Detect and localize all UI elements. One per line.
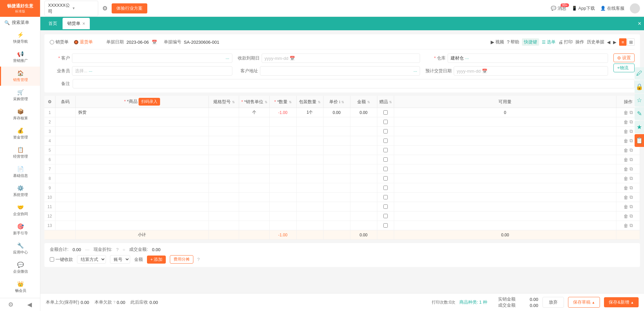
row-price[interactable] [323,221,350,230]
row-barcode[interactable] [55,164,75,174]
row-spec[interactable] [209,193,239,202]
row-spec[interactable] [209,117,239,127]
row-price[interactable] [323,136,350,146]
row-amount[interactable] [350,155,377,164]
rfloat-btn-1[interactable]: 🖊 [635,67,644,80]
row-barcode[interactable] [55,221,75,230]
sidebar-settings-btn[interactable]: ⚙ [8,301,13,308]
row-gift[interactable] [377,117,394,127]
row-amount[interactable] [350,164,377,174]
row-amount[interactable] [350,202,377,211]
warehouse-picker-icon[interactable]: ··· [465,56,469,61]
row-amount[interactable] [350,193,377,202]
row-pack-qty[interactable] [296,193,323,202]
settle-method-select[interactable]: 结算方式 [77,255,106,264]
sidebar-item-finance[interactable]: 💰 资金管理 [0,124,40,143]
gift-checkbox[interactable] [383,204,388,209]
sidebar-item-guide[interactable]: 🎯 新手引导 [0,220,40,239]
row-product[interactable] [75,146,209,155]
row-product[interactable] [75,202,209,211]
row-pack-qty[interactable] [296,136,323,146]
row-unit[interactable] [239,117,269,127]
copy-row-btn[interactable]: ⧉ [630,138,633,144]
sidebar-collapse-btn[interactable]: ◀ [27,301,32,308]
row-qty[interactable]: -1.00 [269,108,296,117]
fenyong-help-icon[interactable]: ? [197,257,200,262]
row-qty[interactable] [269,221,296,230]
delete-row-btn[interactable]: 🗑 [623,213,628,219]
copy-row-btn[interactable]: ⧉ [630,147,633,153]
row-price[interactable] [323,127,350,136]
price-sort-icon[interactable]: ⇅ [341,100,344,104]
warehouse-input[interactable]: 建材仓 ··· [448,53,608,63]
delete-row-btn[interactable]: 🗑 [623,204,628,209]
row-qty[interactable] [269,183,296,193]
save-draft-btn[interactable]: 保存草稿 ▲ [568,297,600,308]
row-spec[interactable] [209,164,239,174]
row-qty[interactable] [269,155,296,164]
sidebar-item-vip[interactable]: 👑 畅会员 [0,277,40,297]
row-barcode[interactable] [55,155,75,164]
copy-row-btn[interactable]: ⧉ [630,223,633,228]
row-barcode[interactable] [55,174,75,183]
price-info-icon[interactable]: ℹ [339,100,340,104]
row-amount[interactable] [350,117,377,127]
row-spec[interactable] [209,136,239,146]
row-amount[interactable]: 0.00 [350,108,377,117]
copy-row-btn[interactable]: ⧉ [630,157,633,162]
row-spec[interactable] [209,211,239,221]
row-gift[interactable] [377,108,394,117]
row-unit[interactable] [239,155,269,164]
amount-sort-icon[interactable]: ⇅ [367,100,370,104]
copy-row-btn[interactable]: ⧉ [630,176,633,181]
row-product[interactable] [75,155,209,164]
sidebar-item-system[interactable]: ⚙️ 系统管理 [0,182,40,201]
customer-addr-input[interactable]: ··· [260,66,420,76]
topbar-gear-icon[interactable]: ⚙ [101,3,109,13]
row-barcode[interactable] [55,183,75,193]
expected-date-cal-icon[interactable]: 📅 [482,69,487,74]
rfloat-btn-6[interactable]: 📋 [635,134,644,147]
row-spec[interactable] [209,202,239,211]
company-selector[interactable]: XXXXXX公司 ▼ [44,1,98,16]
row-gift[interactable] [377,193,394,202]
sidebar-item-search[interactable]: 🔍 搜索菜单 [0,17,40,28]
row-pack-qty[interactable] [296,155,323,164]
row-spec[interactable] [209,146,239,155]
logistics-button[interactable]: +物流 [613,64,635,72]
nav-next[interactable]: ▶ [613,40,616,45]
user-avatar[interactable] [630,3,640,13]
action-operate[interactable]: 操作 [575,39,584,45]
row-price[interactable] [323,193,350,202]
delete-row-btn[interactable]: 🗑 [623,223,628,228]
row-spec[interactable] [209,221,239,230]
copy-row-btn[interactable]: ⧉ [630,204,633,209]
gift-checkbox[interactable] [383,186,388,190]
row-amount[interactable] [350,211,377,221]
gift-checkbox[interactable] [383,129,388,133]
sidebar-item-cooperation[interactable]: 🤝 企业协同 [0,201,40,220]
app-download-btn[interactable]: 📱 App下载 [572,5,595,11]
setup-button[interactable]: ⚙ 设置 [613,53,635,62]
nav-prev[interactable]: ◀ [607,40,610,45]
qty-sort-icon[interactable]: ⇅ [289,100,292,104]
delete-row-btn[interactable]: 🗑 [623,166,628,172]
row-barcode[interactable] [55,136,75,146]
row-product[interactable] [75,211,209,221]
tab-sale-order[interactable]: 销货单 × [63,18,90,29]
row-qty[interactable] [269,117,296,127]
row-barcode[interactable] [55,146,75,155]
salesperson-input[interactable]: 选择... ··· [72,66,232,76]
copy-row-btn[interactable]: ⧉ [630,128,633,134]
unit-sort-icon[interactable]: ⇅ [265,100,267,104]
delete-row-btn[interactable]: 🗑 [623,148,628,153]
row-gift[interactable] [377,164,394,174]
gift-checkbox[interactable] [383,167,388,171]
row-unit[interactable] [239,164,269,174]
row-unit[interactable] [239,211,269,221]
row-gift[interactable] [377,127,394,136]
row-pack-qty[interactable] [296,211,323,221]
row-gift[interactable] [377,136,394,146]
action-shortcut[interactable]: 快捷键 [522,38,539,46]
row-barcode[interactable] [55,127,75,136]
